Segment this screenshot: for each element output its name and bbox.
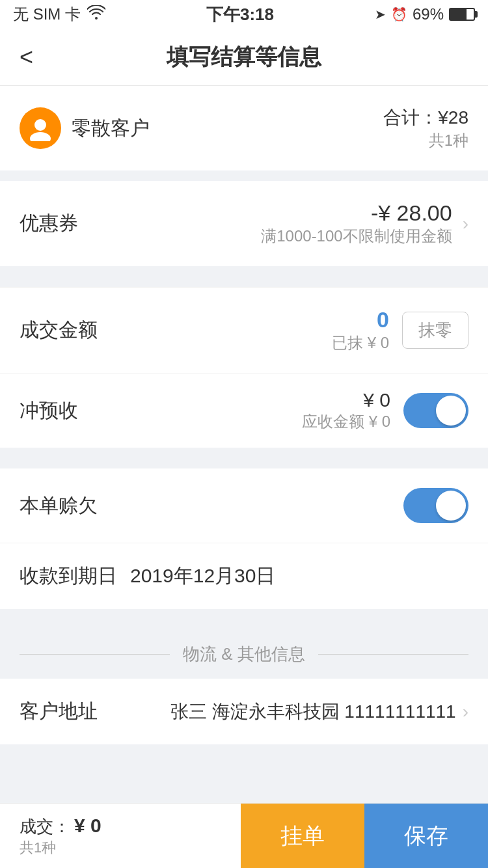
bottom-deal-amount: ¥ 0 <box>74 815 102 837</box>
svg-point-1 <box>30 132 51 141</box>
user-icon <box>27 115 53 141</box>
address-value: 张三 海淀永丰科技园 11111111111 <box>170 699 456 724</box>
debt-row: 本单赊欠 <box>0 468 488 543</box>
wifi-icon <box>87 5 105 23</box>
bottom-deal-row: 成交： ¥ 0 <box>20 815 221 838</box>
back-button[interactable]: < <box>20 44 33 71</box>
prepay-toggle[interactable] <box>403 393 468 428</box>
nav-bar: < 填写结算等信息 <box>0 29 488 86</box>
save-button[interactable]: 保存 <box>364 804 488 868</box>
address-right: 张三 海淀永丰科技园 11111111111 › <box>157 699 468 724</box>
coupon-amount: -¥ 28.00 <box>261 200 452 226</box>
status-bar: 无 SIM 卡 下午3:18 ➤ ⏰ 69% <box>0 0 488 29</box>
logistics-line-left <box>20 654 170 655</box>
duedate-value: 2019年12月30日 <box>130 563 275 590</box>
bottom-info: 成交： ¥ 0 共1种 <box>0 804 241 868</box>
total-amount: 合计：¥28 <box>383 105 468 130</box>
bottom-bar: 成交： ¥ 0 共1种 挂单 保存 <box>0 803 488 868</box>
coupon-right: -¥ 28.00 满1000-100不限制使用金额 › <box>261 200 468 247</box>
prepay-row: 冲预收 ¥ 0 应收金额 ¥ 0 <box>0 373 488 448</box>
logistics-header: 物流 & 其他信息 <box>0 630 488 679</box>
debt-section: 本单赊欠 收款到期日 2019年12月30日 <box>0 468 488 609</box>
coupon-section[interactable]: 优惠券 -¥ 28.00 满1000-100不限制使用金额 › <box>0 181 488 266</box>
bottom-deal-label: 成交： <box>20 815 70 838</box>
debt-label: 本单赊欠 <box>20 493 98 519</box>
status-left: 无 SIM 卡 <box>13 4 105 25</box>
deal-amount-value: 0 <box>332 307 389 332</box>
duedate-label: 收款到期日 <box>20 563 117 590</box>
battery-percent: 69% <box>413 5 444 23</box>
prepay-label: 冲预收 <box>20 398 78 424</box>
deal-amount-row: 成交金额 0 已抹 ¥ 0 抹零 <box>0 287 488 373</box>
customer-left: 零散客户 <box>20 107 150 149</box>
toggle-knob <box>436 396 466 426</box>
coupon-row[interactable]: 优惠券 -¥ 28.00 满1000-100不限制使用金额 › <box>0 181 488 266</box>
alarm-icon: ⏰ <box>391 7 407 22</box>
deal-amount-label: 成交金额 <box>20 317 98 344</box>
coupon-sub: 满1000-100不限制使用金额 <box>261 226 452 247</box>
customer-section: 零散客户 合计：¥28 共1种 <box>0 86 488 170</box>
logistics-line-right <box>318 654 468 655</box>
debt-toggle-knob <box>436 491 466 521</box>
round-zero-button[interactable]: 抹零 <box>402 312 468 349</box>
sim-label: 无 SIM 卡 <box>13 4 81 25</box>
prepay-amounts: ¥ 0 应收金额 ¥ 0 <box>302 389 390 432</box>
deal-prepay-section: 成交金额 0 已抹 ¥ 0 抹零 冲预收 ¥ 0 应收金额 ¥ 0 <box>0 287 488 448</box>
address-label: 客户地址 <box>20 698 98 725</box>
customer-row: 零散客户 合计：¥28 共1种 <box>0 86 488 170</box>
divider-1 <box>0 277 488 287</box>
address-row[interactable]: 客户地址 张三 海淀永丰科技园 11111111111 › <box>0 679 488 744</box>
logistics-text: 物流 & 其他信息 <box>170 643 318 666</box>
debt-toggle[interactable] <box>403 488 468 523</box>
prepay-sub: 应收金额 ¥ 0 <box>302 411 390 432</box>
coupon-right-col: -¥ 28.00 满1000-100不限制使用金额 <box>261 200 452 247</box>
coupon-label: 优惠券 <box>20 210 78 237</box>
hold-button[interactable]: 挂单 <box>241 804 364 868</box>
divider-2 <box>0 458 488 468</box>
page-title: 填写结算等信息 <box>167 42 321 72</box>
status-right: ➤ ⏰ 69% <box>375 5 475 23</box>
chevron-right-icon: › <box>463 213 468 234</box>
prepay-amount: ¥ 0 <box>302 389 390 411</box>
duedate-row: 收款到期日 2019年12月30日 <box>0 543 488 609</box>
prepay-right: ¥ 0 应收金额 ¥ 0 <box>302 389 468 432</box>
status-time: 下午3:18 <box>206 3 274 26</box>
total-count: 共1种 <box>383 130 468 151</box>
address-chevron-icon: › <box>463 701 468 722</box>
divider-3 <box>0 619 488 630</box>
customer-total: 合计：¥28 共1种 <box>383 105 468 151</box>
address-section[interactable]: 客户地址 张三 海淀永丰科技园 11111111111 › <box>0 679 488 744</box>
avatar <box>20 107 61 149</box>
svg-point-0 <box>34 119 46 131</box>
deal-amount-sub: 已抹 ¥ 0 <box>332 332 389 353</box>
deal-amount-right: 0 已抹 ¥ 0 抹零 <box>332 307 468 353</box>
battery-icon <box>449 8 475 21</box>
customer-name: 零散客户 <box>72 115 150 142</box>
deal-amount-col: 0 已抹 ¥ 0 <box>332 307 389 353</box>
bottom-count: 共1种 <box>20 838 221 858</box>
location-icon: ➤ <box>375 7 386 22</box>
